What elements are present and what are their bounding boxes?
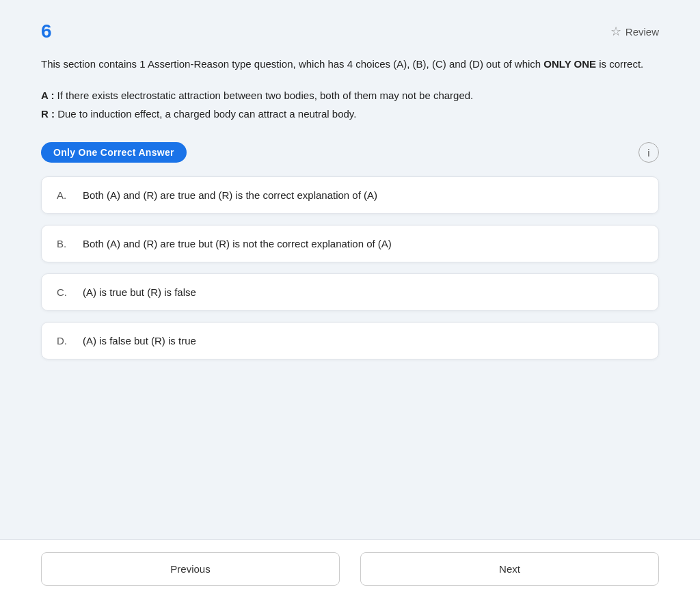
option-d-label: D. (57, 335, 72, 346)
option-a[interactable]: A. Both (A) and (R) are true and (R) is … (41, 176, 659, 214)
option-b-label: B. (57, 238, 72, 249)
question-intro: This section contains 1 Assertion-Reason… (41, 56, 659, 72)
assertion-text: If there exists electrostatic attraction… (57, 90, 474, 101)
option-d[interactable]: D. (A) is false but (R) is true (41, 322, 659, 359)
option-c[interactable]: C. (A) is true but (R) is false (41, 273, 659, 311)
review-button[interactable]: ☆ Review (610, 24, 659, 39)
previous-button[interactable]: Previous (41, 552, 340, 586)
option-a-label: A. (57, 189, 72, 201)
question-number: 6 (41, 21, 52, 42)
option-a-text: Both (A) and (R) are true and (R) is the… (83, 189, 377, 201)
footer: Previous Next (0, 539, 700, 598)
reason-text: Due to induction effect, a charged body … (57, 108, 356, 120)
assertion-reason: A : If there exists electrostatic attrac… (41, 86, 659, 123)
option-b[interactable]: B. Both (A) and (R) are true but (R) is … (41, 225, 659, 262)
intro-suffix: is correct. (599, 58, 643, 70)
question-header: 6 ☆ Review (41, 21, 659, 42)
reason-label: R : (41, 108, 57, 120)
option-d-text: (A) is false but (R) is true (83, 335, 196, 346)
intro-text: This section contains 1 Assertion-Reason… (41, 58, 541, 70)
option-c-text: (A) is true but (R) is false (83, 286, 196, 298)
reason-line: R : Due to induction effect, a charged b… (41, 105, 659, 123)
next-button[interactable]: Next (360, 552, 659, 586)
review-label: Review (625, 26, 659, 38)
option-b-text: Both (A) and (R) are true but (R) is not… (83, 238, 392, 249)
page-container: 6 ☆ Review This section contains 1 Asser… (0, 0, 700, 598)
main-content: 6 ☆ Review This section contains 1 Asser… (0, 0, 700, 598)
intro-bold: ONLY ONE (543, 58, 596, 70)
answer-type-badge: Only One Correct Answer (41, 142, 187, 163)
assertion-line: A : If there exists electrostatic attrac… (41, 86, 659, 105)
assertion-label: A : (41, 90, 57, 101)
star-icon: ☆ (610, 24, 621, 39)
option-c-label: C. (57, 286, 72, 298)
info-icon[interactable]: i (638, 142, 659, 163)
info-symbol: i (647, 147, 649, 159)
options-container: A. Both (A) and (R) are true and (R) is … (41, 176, 659, 359)
badge-row: Only One Correct Answer i (41, 142, 659, 163)
